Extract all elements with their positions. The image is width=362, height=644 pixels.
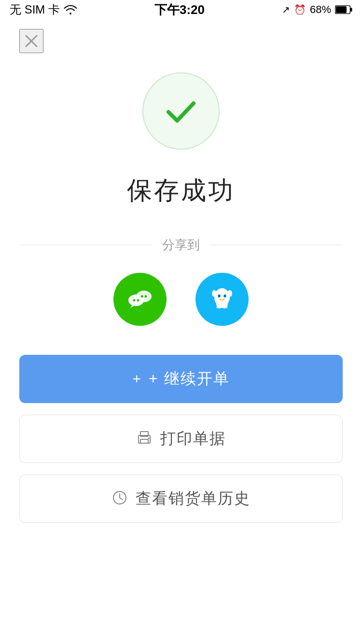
svg-point-17 <box>212 290 217 297</box>
print-label: 打印单据 <box>160 428 226 449</box>
alarm-icon: ⏰ <box>294 4 306 15</box>
location-icon: ↗ <box>282 4 290 15</box>
svg-point-25 <box>148 437 150 439</box>
history-label: 查看销货单历史 <box>136 488 251 509</box>
share-section: 分享到 <box>19 237 343 326</box>
svg-point-8 <box>145 295 147 298</box>
qq-icon <box>207 284 237 315</box>
continue-label: + 继续开单 <box>149 368 230 390</box>
svg-point-9 <box>133 299 136 302</box>
close-button[interactable] <box>19 29 43 53</box>
svg-point-21 <box>216 300 228 308</box>
main-content: 保存成功 分享到 <box>0 19 362 552</box>
share-label: 分享到 <box>162 237 200 253</box>
svg-rect-1 <box>336 6 347 13</box>
divider-left <box>19 245 153 245</box>
action-buttons: + + 继续开单 打印单据 查看销货单历 <box>19 355 343 523</box>
svg-point-10 <box>137 299 139 302</box>
plus-icon: + <box>132 372 141 386</box>
battery-percent: 68% <box>310 3 331 16</box>
history-button[interactable]: 查看销货单历史 <box>19 475 343 523</box>
print-icon <box>136 430 153 448</box>
close-icon <box>23 33 40 49</box>
svg-point-18 <box>227 290 232 297</box>
svg-rect-2 <box>350 8 352 12</box>
wechat-share-button[interactable] <box>113 273 167 326</box>
status-bar: 无 SIM 卡 下午3:20 ↗ ⏰ 68% <box>0 0 362 19</box>
wifi-icon <box>64 5 77 14</box>
sim-status: 无 SIM 卡 <box>10 2 60 17</box>
svg-point-15 <box>219 295 220 297</box>
success-title: 保存成功 <box>127 174 235 208</box>
svg-rect-24 <box>140 439 148 443</box>
share-icons <box>19 273 343 326</box>
history-icon <box>111 490 128 508</box>
status-right: ↗ ⏰ 68% <box>282 3 352 16</box>
divider-right <box>209 245 343 245</box>
svg-point-16 <box>224 295 226 297</box>
battery-icon <box>335 5 352 14</box>
qq-share-button[interactable] <box>195 273 249 326</box>
share-divider: 分享到 <box>19 237 343 253</box>
print-button[interactable]: 打印单据 <box>19 415 343 463</box>
continue-button[interactable]: + + 继续开单 <box>19 355 343 403</box>
success-circle <box>142 72 220 150</box>
svg-point-7 <box>141 295 143 298</box>
status-left: 无 SIM 卡 <box>10 2 77 17</box>
status-time: 下午3:20 <box>154 1 205 18</box>
wechat-icon <box>125 284 155 315</box>
checkmark-icon <box>162 92 200 130</box>
